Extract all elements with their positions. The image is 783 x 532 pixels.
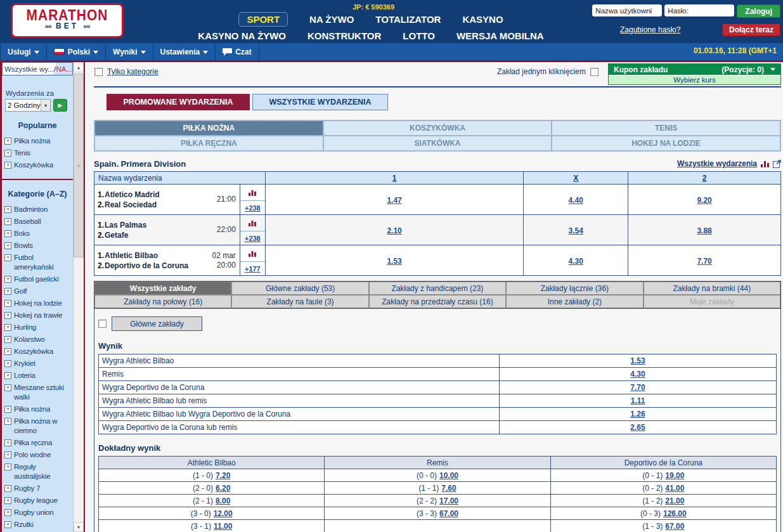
- main-bets-checkbox[interactable]: [98, 320, 107, 328]
- sport-tab-tennis[interactable]: TENIS: [552, 120, 780, 136]
- bet-odds[interactable]: 7.20: [216, 471, 230, 480]
- tab-all-events[interactable]: WSZYSTKIE WYDARZENIA: [252, 94, 388, 110]
- chevron-down-icon[interactable]: [770, 68, 775, 71]
- sidebar-item-category[interactable]: +Futbol gaelicki: [2, 273, 73, 285]
- sidebar-item-category[interactable]: +Rugby league: [2, 495, 73, 507]
- column-header-x[interactable]: X: [573, 174, 578, 183]
- odds-1[interactable]: 1.53: [387, 257, 401, 266]
- expand-icon[interactable]: +: [4, 521, 11, 528]
- lost-password-link[interactable]: Zagubione hasło?: [620, 25, 680, 34]
- bet-odds[interactable]: 67.00: [439, 509, 458, 518]
- bet-tab-other[interactable]: Inne zakłady (2): [506, 295, 643, 308]
- expand-icon[interactable]: +: [4, 138, 11, 145]
- bet-tab-totals[interactable]: Zakłady łącznie (36): [506, 282, 643, 295]
- home-team[interactable]: 1.Las Palmas: [98, 220, 146, 230]
- expand-icon[interactable]: +: [4, 242, 11, 249]
- expand-icon[interactable]: +: [4, 276, 11, 283]
- betslip-header[interactable]: Kupon zakładu (Pozycje: 0): [609, 64, 780, 75]
- bet-tab-goals[interactable]: Zakłady na bramki (44): [644, 282, 780, 295]
- sidebar-item-category[interactable]: +Badminton: [2, 204, 73, 216]
- nav-lotto[interactable]: LOTTO: [403, 30, 435, 41]
- away-team[interactable]: 2.Getafe: [98, 230, 146, 240]
- sidebar-item-category[interactable]: +Hurling: [2, 321, 73, 334]
- period-select[interactable]: 2 Godziny ▼: [5, 99, 51, 112]
- odds-2[interactable]: 3.88: [697, 226, 711, 235]
- nav-live[interactable]: NA ŻYWO: [309, 14, 354, 25]
- expand-icon[interactable]: +: [4, 300, 11, 307]
- expand-icon[interactable]: +: [4, 324, 11, 331]
- apply-period-button[interactable]: ▶: [53, 99, 67, 112]
- sidebar-item-popular-tennis[interactable]: +Tenis: [2, 147, 73, 159]
- expand-icon[interactable]: +: [4, 254, 11, 261]
- menu-chat[interactable]: Czat: [216, 43, 259, 60]
- sidebar-item-category[interactable]: +Piłka ręczna: [2, 437, 73, 449]
- sidebar-item-category[interactable]: +Kolarstwo: [2, 334, 73, 346]
- menu-services[interactable]: Uslugi: [0, 43, 47, 60]
- expand-icon[interactable]: +: [4, 162, 11, 169]
- sidebar-item-popular-basketball[interactable]: +Koszykówka: [2, 159, 73, 171]
- bet-tab-main[interactable]: Główne zakłady (53): [231, 282, 368, 295]
- nav-mobile[interactable]: WERSJA MOBILNA: [456, 30, 544, 41]
- only-categories-link[interactable]: Tylko kategorie: [107, 67, 159, 76]
- expand-icon[interactable]: +: [4, 360, 11, 367]
- expand-icon[interactable]: +: [4, 384, 11, 391]
- odds-1[interactable]: 2.10: [387, 226, 401, 235]
- odds-x[interactable]: 3.54: [569, 226, 583, 235]
- bet-odds[interactable]: 21.00: [665, 496, 684, 505]
- expand-icon[interactable]: +: [4, 372, 11, 379]
- sidebar-item-category[interactable]: +Golf: [2, 285, 73, 297]
- bet-odds[interactable]: 10.00: [439, 471, 458, 480]
- bet-odds[interactable]: 126.00: [663, 509, 687, 518]
- sidebar-item-category[interactable]: +Boks: [2, 228, 73, 240]
- away-team[interactable]: 2.Real Sociedad: [98, 200, 160, 210]
- menu-results[interactable]: Wyniki: [106, 43, 153, 60]
- one-click-bet-checkbox[interactable]: [590, 68, 599, 76]
- scrollbar-thumb[interactable]: ≡: [74, 74, 84, 257]
- match-statistics-button[interactable]: [240, 185, 265, 201]
- more-odds-link[interactable]: +238: [245, 235, 261, 242]
- expand-icon[interactable]: +: [4, 230, 11, 237]
- scroll-up-icon[interactable]: ▲: [74, 62, 84, 72]
- bet-odds[interactable]: 8.00: [216, 496, 230, 505]
- match-statistics-button[interactable]: [240, 215, 265, 231]
- expand-icon[interactable]: +: [4, 509, 11, 516]
- expand-icon[interactable]: +: [4, 439, 11, 446]
- bet-odds[interactable]: 67.00: [665, 522, 684, 531]
- menu-language[interactable]: Polski: [47, 43, 106, 60]
- bet-odds[interactable]: 6.20: [216, 484, 230, 493]
- sidebar-item-category[interactable]: +Loteria: [2, 370, 73, 382]
- match-statistics-button[interactable]: [240, 245, 265, 262]
- sidebar-tab-live[interactable]: NA...: [56, 63, 72, 75]
- column-header-2[interactable]: 2: [702, 174, 707, 183]
- bet-odds[interactable]: 1.26: [630, 410, 645, 418]
- bet-odds[interactable]: 12.00: [214, 509, 233, 518]
- sidebar-item-popular-football[interactable]: +Piłka nożna: [2, 135, 73, 147]
- statistics-chart-icon[interactable]: [761, 160, 769, 167]
- bet-tab-fouls[interactable]: Zakłady na faule (3): [231, 295, 368, 308]
- sidebar-tab-all-events[interactable]: Wszystkie wy...: [3, 63, 54, 75]
- nav-totalizator[interactable]: TOTALIZATOR: [375, 14, 441, 25]
- expand-icon[interactable]: +: [4, 206, 11, 213]
- login-button[interactable]: Zaloguj: [737, 4, 780, 18]
- bet-odds[interactable]: 17.00: [439, 496, 458, 505]
- expand-icon[interactable]: +: [4, 464, 11, 470]
- away-team[interactable]: 2.Deportivo de la Coruna: [98, 261, 188, 271]
- home-team[interactable]: 1.Atletico Madrid: [98, 190, 160, 200]
- bet-odds[interactable]: 1.53: [630, 356, 645, 365]
- odds-2[interactable]: 7.70: [697, 257, 711, 266]
- expand-icon[interactable]: +: [4, 150, 11, 157]
- sidebar-item-category[interactable]: +Krykiet: [2, 358, 73, 370]
- expand-icon[interactable]: +: [4, 406, 11, 413]
- sport-tab-football[interactable]: PIŁKA NOŻNA: [94, 120, 323, 136]
- expand-icon[interactable]: +: [4, 336, 11, 343]
- odds-1[interactable]: 1.47: [387, 196, 401, 205]
- tab-promoted-events[interactable]: PROMOWANE WYDARZENIA: [107, 94, 250, 110]
- sidebar-item-category[interactable]: +Rzutki: [2, 519, 73, 531]
- bet-odds[interactable]: 7.70: [630, 383, 645, 392]
- more-odds-link[interactable]: +238: [245, 204, 261, 212]
- home-team[interactable]: 1.Athletic Bilbao: [98, 250, 188, 261]
- sidebar-item-category[interactable]: +Koszykówka: [2, 346, 73, 358]
- bet-tab-time-intervals[interactable]: Zakłady na przedziały czasu (16): [369, 295, 506, 308]
- expand-icon[interactable]: +: [4, 312, 11, 319]
- sidebar-item-category[interactable]: +Piłka nożna w ciemno: [2, 415, 73, 437]
